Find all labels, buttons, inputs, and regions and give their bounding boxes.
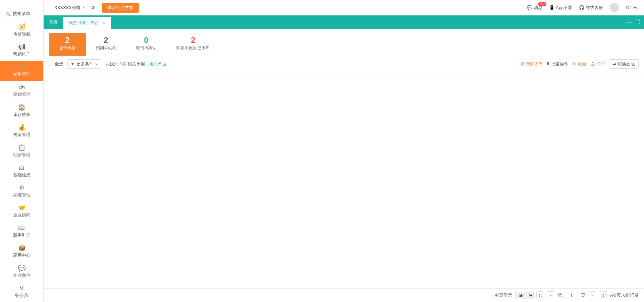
workbench-tab-label: 钱货日清工作台 bbox=[68, 20, 99, 26]
tab-bar-right: — ⛶ bbox=[627, 15, 644, 29]
sidebar-item-新手引导[interactable]: 📖 新手引导 bbox=[0, 222, 43, 242]
first-page-button[interactable]: ⟨⟨ bbox=[536, 291, 544, 299]
prev-page-button[interactable]: ＜ bbox=[547, 291, 555, 299]
gear-icon: ⚙ bbox=[91, 5, 95, 10]
switch-version-button[interactable]: ⇄ 切换新版 bbox=[609, 59, 639, 69]
add-sale-order-button[interactable]: ＋ 新增销货单 bbox=[515, 61, 542, 67]
message-icon: 💬 bbox=[527, 5, 532, 10]
tab-workbench[interactable]: 钱货日清工作台 ✕ bbox=[63, 17, 111, 29]
print-label: 打印 bbox=[596, 61, 605, 67]
nav-icon-4: 🏠 bbox=[18, 104, 25, 110]
more-filter-label: 更多条件 bbox=[76, 61, 94, 67]
sidebar-item-库存核算[interactable]: 🏠 库存核算 bbox=[0, 101, 43, 121]
content-inner: 2 全部单据 2 到期未收款 0 旺铺待确认 2 到期未收款 已出库 全选 bbox=[44, 29, 644, 302]
service-icon: 🎧 bbox=[579, 5, 584, 10]
batch-operation-button[interactable]: ⠿ 批量操作 bbox=[546, 61, 569, 67]
sidebar: 🔍 搜索菜单 🧭 快捷导航 📢 营销推广 🛒 销售管理 🛍 采购管理 🏠 库存核… bbox=[0, 0, 44, 302]
found-text: 共找到 0条 相关单据 bbox=[105, 61, 145, 67]
batch-label: 批量操作 bbox=[551, 61, 569, 67]
search-menu-item[interactable]: 🔍 搜索菜单 bbox=[0, 7, 43, 20]
nav-label-13: 畅会员 bbox=[15, 293, 28, 299]
refresh-icon: ↻ bbox=[573, 61, 576, 66]
sidebar-item-企业微信[interactable]: 💬 企业微信 bbox=[0, 262, 43, 282]
nav-icon-0: 🧭 bbox=[18, 24, 25, 30]
top-header: 6 畅捷通好生意 标准版 XXXXXX公司 ▼ ⚙ 体验行业方案 💬 消息 99… bbox=[0, 0, 644, 15]
nav-icon-3: 🛍 bbox=[19, 84, 25, 90]
message-badge: 99+ bbox=[538, 2, 546, 6]
nav-label-1: 营销推广 bbox=[13, 51, 31, 57]
select-all-input[interactable] bbox=[49, 62, 53, 66]
nav-icon-12: 💬 bbox=[18, 265, 25, 271]
nav-icon-8: ⚙ bbox=[19, 185, 24, 191]
message-item[interactable]: 💬 消息 99+ bbox=[527, 5, 542, 11]
tab-home[interactable]: 首页 bbox=[44, 15, 63, 29]
refresh-button[interactable]: ↻ 刷新 bbox=[573, 61, 586, 67]
stat-tab-all[interactable]: 2 全部单据 bbox=[49, 33, 86, 56]
more-filter-button[interactable]: ▼ 更多条件 ∨ bbox=[67, 59, 101, 69]
minimize-icon[interactable]: — bbox=[627, 19, 632, 25]
sidebar-item-企业协同[interactable]: 🤝 企业协同 bbox=[0, 201, 43, 222]
avatar[interactable] bbox=[610, 3, 619, 12]
company-selector[interactable]: XXXXXX公司 ▼ bbox=[54, 5, 85, 11]
sidebar-item-销售管理[interactable]: 🛒 销售管理 bbox=[0, 61, 43, 81]
stat-label-overdue: 到期未收款 bbox=[96, 45, 116, 51]
settings-button[interactable]: ⚙ bbox=[89, 3, 98, 12]
nav-icon-13: V bbox=[19, 285, 23, 291]
nav-label-11: 应用中心 bbox=[13, 252, 31, 258]
header-right: 💬 消息 99+ 📱 App下载 🎧 在线客服 OfTEn bbox=[527, 3, 639, 12]
nav-label-3: 采购管理 bbox=[13, 92, 31, 98]
sidebar-item-基础信息[interactable]: 🗂 基础信息 bbox=[0, 161, 43, 181]
tab-close-icon[interactable]: ✕ bbox=[102, 20, 106, 25]
maximize-icon[interactable]: ⛶ bbox=[635, 19, 640, 25]
username[interactable]: OfTEn bbox=[626, 5, 639, 10]
sidebar-item-经营管理[interactable]: 📋 经营管理 bbox=[0, 141, 43, 161]
related-link[interactable]: 相关单据 bbox=[149, 61, 166, 67]
nav-icon-2: 🛒 bbox=[18, 64, 25, 70]
online-service-item[interactable]: 🎧 在线客服 bbox=[579, 5, 603, 11]
nav-label-0: 快捷导航 bbox=[13, 31, 31, 37]
nav-label-4: 库存核算 bbox=[13, 112, 31, 118]
print-icon: 🖨 bbox=[590, 61, 595, 66]
stat-num-all: 2 bbox=[65, 36, 69, 45]
sidebar-item-快捷导航[interactable]: 🧭 快捷导航 bbox=[0, 20, 43, 41]
nav-icon-11: 📦 bbox=[18, 245, 25, 251]
sidebar-item-畅会员[interactable]: V 畅会员 bbox=[0, 282, 43, 302]
sidebar-item-系统管理[interactable]: ⚙ 系统管理 bbox=[0, 181, 43, 201]
sidebar-item-采购管理[interactable]: 🛍 采购管理 bbox=[0, 81, 43, 101]
refresh-label: 刷新 bbox=[578, 61, 586, 67]
stat-tab-shipped[interactable]: 2 到期未收款 已出库 bbox=[166, 33, 220, 56]
print-button[interactable]: 🖨 打印 bbox=[590, 61, 605, 67]
nav-label-6: 经营管理 bbox=[13, 152, 31, 158]
batch-icon: ⠿ bbox=[546, 61, 550, 66]
nav-icon-1: 📢 bbox=[18, 44, 25, 50]
search-icon: 🔍 bbox=[5, 11, 11, 16]
nav-label-8: 系统管理 bbox=[13, 192, 31, 198]
stat-tab-overdue[interactable]: 2 到期未收款 bbox=[86, 33, 126, 56]
next-page-button[interactable]: ＞ bbox=[588, 291, 596, 299]
last-page-button[interactable]: ⟩⟩ bbox=[599, 291, 607, 299]
nav-label-9: 企业协同 bbox=[13, 212, 31, 218]
sidebar-item-应用中心[interactable]: 📦 应用中心 bbox=[0, 242, 43, 262]
main-content: 2 全部单据 2 到期未收款 0 旺铺待确认 2 到期未收款 已出库 全选 bbox=[44, 29, 644, 302]
add-btn-label: 新增销货单 bbox=[521, 61, 542, 67]
trial-button[interactable]: 体验行业方案 bbox=[102, 3, 139, 13]
page-label: 第 bbox=[558, 292, 562, 298]
stat-label-all: 全部单据 bbox=[59, 45, 75, 51]
sidebar-item-资金管理[interactable]: 💰 资金管理 bbox=[0, 121, 43, 141]
sidebar-item-营销推广[interactable]: 📢 营销推广 bbox=[0, 41, 43, 61]
nav-label-10: 新手引导 bbox=[13, 232, 31, 238]
stat-num-overdue: 2 bbox=[104, 36, 108, 45]
toolbar-right: ＋ 新增销货单 ⠿ 批量操作 ↻ 刷新 🖨 打印 ⇄ 切换新版 bbox=[515, 59, 639, 69]
select-all-label: 全选 bbox=[55, 61, 63, 67]
per-page-select[interactable]: 50 100 200 bbox=[515, 292, 534, 299]
page-input[interactable] bbox=[565, 292, 578, 299]
select-all-checkbox[interactable]: 全选 bbox=[49, 61, 63, 67]
stat-tab-pending[interactable]: 0 旺铺待确认 bbox=[126, 33, 166, 56]
app-download-item[interactable]: 📱 App下载 bbox=[549, 5, 572, 11]
nav-icon-10: 📖 bbox=[18, 225, 25, 231]
stats-tabs: 2 全部单据 2 到期未收款 0 旺铺待确认 2 到期未收款 已出库 bbox=[44, 29, 644, 56]
switch-label: 切换新版 bbox=[618, 61, 635, 67]
nav-icon-5: 💰 bbox=[18, 124, 25, 130]
chevron-down-icon: ▼ bbox=[82, 6, 85, 9]
switch-icon: ⇄ bbox=[612, 61, 616, 66]
